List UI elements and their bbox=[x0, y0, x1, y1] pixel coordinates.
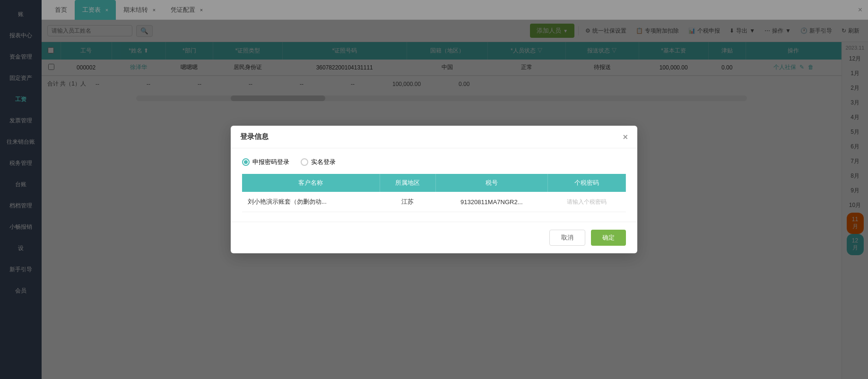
radio-realname-label: 实名登录 bbox=[311, 158, 336, 166]
dialog-table: 客户名称 所属地区 税号 个税密码 刘小艳演示账套（勿删勿动... 江苏 913… bbox=[242, 174, 626, 212]
login-info-dialog: 登录信息 × 申报密码登录 实名登录 客户名称 所属地区 bbox=[231, 126, 637, 253]
dialog-body: 申报密码登录 实名登录 客户名称 所属地区 税号 个税密码 bbox=[231, 148, 637, 222]
region-cell: 江苏 bbox=[380, 192, 435, 212]
radio-password-label: 申报密码登录 bbox=[252, 158, 289, 166]
dialog-col-header-region: 所属地区 bbox=[380, 174, 435, 192]
dialog-col-header-taxno: 税号 bbox=[435, 174, 548, 192]
radio-option-password[interactable]: 申报密码登录 bbox=[242, 158, 289, 166]
dialog-title: 登录信息 bbox=[240, 132, 269, 141]
taxno-cell: 91320811MA7NGR2... bbox=[435, 192, 548, 212]
cancel-button[interactable]: 取消 bbox=[549, 230, 585, 246]
customer-name-cell: 刘小艳演示账套（勿删勿动... bbox=[242, 192, 380, 212]
dialog-footer: 取消 确定 bbox=[231, 222, 637, 253]
login-type-radio-group: 申报密码登录 实名登录 bbox=[242, 158, 626, 166]
radio-option-realname[interactable]: 实名登录 bbox=[301, 158, 336, 166]
modal-overlay: 登录信息 × 申报密码登录 实名登录 客户名称 所属地区 bbox=[0, 0, 868, 379]
confirm-button[interactable]: 确定 bbox=[591, 230, 626, 246]
dialog-close-button[interactable]: × bbox=[623, 133, 628, 141]
dialog-header: 登录信息 × bbox=[231, 126, 637, 148]
dialog-col-header-pwd: 个税密码 bbox=[548, 174, 626, 192]
pwd-cell[interactable]: 请输入个税密码 bbox=[548, 192, 626, 212]
radio-password-dot bbox=[242, 158, 250, 166]
dialog-table-row: 刘小艳演示账套（勿删勿动... 江苏 91320811MA7NGR2... 请输… bbox=[242, 192, 626, 212]
radio-realname-dot bbox=[301, 158, 308, 166]
pwd-placeholder: 请输入个税密码 bbox=[567, 198, 607, 205]
dialog-col-header-customer: 客户名称 bbox=[242, 174, 380, 192]
